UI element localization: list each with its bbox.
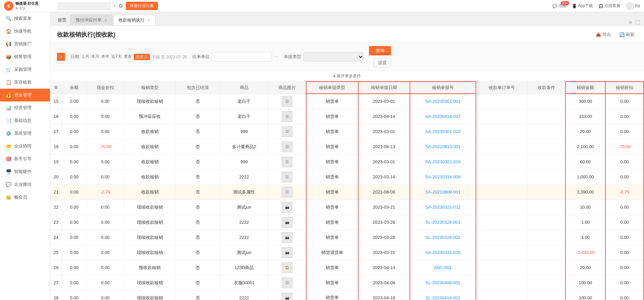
date-more[interactable]: 更多 [124, 54, 132, 60]
cell-bill-no: SL-20230408-001 [410, 275, 476, 290]
goods-image-thumb: 📷 [282, 217, 292, 228]
bill-no-link[interactable]: SA-20210813-001 [425, 144, 461, 149]
cell-receipt-condition [527, 215, 565, 230]
sidebar-item-guide[interactable]: 🎯 新手引导 [0, 153, 50, 165]
cell-bill-no: SL-20230328-002 [410, 230, 476, 245]
cell-writeoff-discount: 0.00 [605, 169, 644, 184]
tab-prepay[interactable]: 预付冲应付单 ✕ [70, 15, 113, 25]
refresh-button[interactable]: 🔄 刷新 [616, 30, 637, 39]
goods-image-thumb: 🖼 [282, 172, 292, 182]
bill-no-link[interactable]: SA-20230301-001 [425, 99, 461, 104]
bill-no-link[interactable]: SL-20230408-001 [425, 280, 460, 285]
sidebar-item-sales[interactable]: 📦 销售管理 [0, 50, 50, 63]
date-custom[interactable]: 自定义 [134, 54, 150, 60]
bill-no-link[interactable]: SA-20230414-017 [425, 114, 461, 119]
tab-prepay-close[interactable]: ✕ [104, 18, 108, 22]
cell-including-settled: 否 [175, 245, 220, 260]
cell-including-settled: 否 [175, 290, 220, 300]
date-this-year[interactable]: 本年 [101, 54, 109, 60]
sidebar-item-hardware[interactable]: 🖥️ 智能硬件 [0, 165, 50, 178]
cell-balance: 0.00 [62, 109, 87, 124]
sidebar-item-enterprise[interactable]: 🤝 企业协同 [0, 140, 50, 153]
purchase-icon: 🛒 [5, 67, 11, 73]
sales-icon: 📦 [5, 54, 11, 60]
bill-no-link[interactable]: SL-20230328-002 [425, 235, 460, 240]
voucher-type-select[interactable] [303, 52, 364, 61]
cell-goods: 测试jun [220, 245, 268, 260]
chevron-down-icon: ▾ [333, 74, 335, 79]
bill-no-link[interactable]: SA-20230314-008 [425, 174, 461, 179]
tab-writeoff-close[interactable]: ✕ [147, 18, 151, 22]
cell-bill-no: SA-20230331-026 [410, 245, 476, 260]
page-content: 收款核销执行(按收款) 📤 导出 🔄 刷新 » [50, 26, 644, 300]
cell-bill-type: 销货退货单 [306, 245, 358, 260]
bill-no-link[interactable]: SA-20230321-012 [425, 205, 461, 210]
date-prev-month[interactable]: 上月 [81, 54, 89, 60]
cell-cash-discount: 0.00 [87, 124, 124, 139]
cell-receipt-condition [527, 139, 565, 154]
message-button[interactable]: 💬 消息 99+ [552, 3, 567, 9]
bill-no-link[interactable]: SA-20210808-001 [425, 189, 461, 195]
operation-icon: 📊 [5, 105, 11, 111]
sidebar-item-wecom[interactable]: 💬 企业微信 [0, 178, 50, 191]
cell-bill-type: 销货单 [306, 124, 358, 139]
bill-no-link[interactable]: ABC-001 [434, 265, 452, 270]
tab-close-all-button[interactable]: ✕ [629, 20, 633, 25]
bill-no-link[interactable]: SL-20230418-001 [425, 295, 460, 300]
col-gear[interactable]: ⚙ [50, 82, 62, 94]
sidebar-item-member[interactable]: 👑 畅会员 [0, 191, 50, 204]
cell-goods-image: 📷 [268, 215, 306, 230]
nav-search-input[interactable] [58, 2, 111, 10]
sidebar-item-system[interactable]: ⚙️ 系统管理 [0, 127, 50, 140]
sidebar-item-operation[interactable]: 📊 经营管理 [0, 101, 50, 114]
trading-unit-more-icon[interactable]: ··· [274, 54, 278, 60]
settings-gear-button[interactable]: ⚙ [118, 3, 123, 9]
sidebar-item-baseinfo[interactable]: 📑 基础信息 [0, 114, 50, 127]
sidebar-item-quicknav[interactable]: 🏠 快捷导航 [0, 25, 50, 38]
cell-writeoff-discount: 0.00 [605, 260, 644, 275]
cell-writeoff-discount: 0.00 [605, 200, 644, 215]
sidebar-item-finance[interactable]: 💰 资金管理 [0, 89, 50, 101]
tab-writeoff[interactable]: 收款核销执行 ✕ [113, 15, 156, 25]
bill-no-link[interactable]: SA-20230331-026 [425, 250, 461, 255]
sidebar-item-purchase[interactable]: 🛒 采购管理 [0, 63, 50, 76]
cell-receipt-order-no [476, 139, 528, 154]
cell-receipt-order-no [476, 215, 528, 230]
cell-writeoff-discount: 0.00 [605, 154, 644, 169]
sidebar-item-search[interactable]: 🔍 搜索菜单 [0, 12, 50, 25]
bill-no-link[interactable]: SL-20230328-001 [425, 220, 460, 225]
bill-no-link[interactable]: SA-20230301-010 [425, 159, 461, 164]
goods-image-thumb: 🖼 [282, 111, 292, 122]
sidebar-item-marketing[interactable]: 📢 营销推广 [0, 38, 50, 50]
online-service-button[interactable]: 🎧 在线客服 [598, 3, 621, 9]
goods-image-thumb: 📷 [282, 247, 292, 258]
sidebar-item-inventory[interactable]: 📋 库存核算 [0, 76, 50, 89]
bill-no-link[interactable]: SA-20230301-010 [425, 129, 461, 134]
expand-more-button[interactable]: ▾ 展开更多条件 [333, 73, 361, 79]
cell-bill-type: 销货单 [306, 139, 358, 154]
cell-receipt-order-no [476, 184, 528, 200]
cell-goods-image: 🖼 [268, 184, 306, 200]
cell-goods: 2222 [220, 230, 268, 245]
user-profile[interactable]: Rit [626, 2, 640, 10]
tab-home[interactable]: 首页 [54, 15, 70, 25]
date-this-month[interactable]: 本月 [91, 54, 99, 60]
cell-balance: 0.00 [62, 184, 87, 200]
export-button[interactable]: 📤 导出 [593, 30, 614, 39]
system-icon: ⚙️ [5, 130, 11, 136]
cell-receipt-order-no [476, 124, 528, 139]
query-button[interactable]: 查询 [369, 46, 391, 55]
cell-bill-no: SA-20210813-001 [410, 139, 476, 154]
filter-collapse-button[interactable]: » [57, 53, 65, 61]
industry-solution-button[interactable]: 体验行业方案 [126, 2, 158, 10]
date-last-7days[interactable]: 近7天 [111, 54, 122, 60]
cell-bill-type: 销货单 [306, 275, 358, 290]
settings-button[interactable]: 设置 [374, 58, 391, 68]
tab-expand-button[interactable]: ⛶ [635, 20, 640, 25]
cell-receipt-condition [527, 260, 565, 275]
app-download-button[interactable]: 📱 App下载 [572, 3, 593, 9]
cell-receipt-order-no [476, 275, 528, 290]
message-badge: 99+ [561, 1, 569, 5]
cell-writeoff-type: 现续收款核销 [124, 275, 175, 290]
trading-unit-input[interactable] [212, 52, 272, 61]
